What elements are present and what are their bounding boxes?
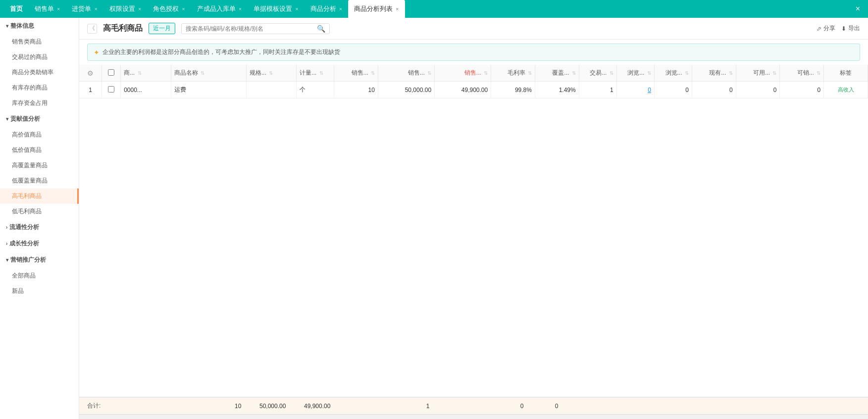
th-sales-qty[interactable]: 销售... ⇅ bbox=[334, 65, 378, 82]
sidebar-group-overall[interactable]: ▾ 整体信息 bbox=[0, 18, 79, 34]
nav-tab-product-in[interactable]: 产成品入库单 × bbox=[191, 0, 248, 18]
info-icon: ✦ bbox=[94, 48, 100, 56]
th-name[interactable]: 商品名称 ⇅ bbox=[171, 65, 246, 82]
cell-code: 0000... bbox=[121, 82, 171, 98]
th-coverage[interactable]: 覆盖... ⇅ bbox=[535, 65, 579, 82]
sidebar-group-liquidity[interactable]: › 流通性分析 bbox=[0, 219, 79, 235]
sidebar-item-new-goods[interactable]: 新品 bbox=[0, 283, 79, 299]
cell-name: 运费 bbox=[171, 82, 246, 98]
sidebar-item-high-margin[interactable]: 高毛利商品 bbox=[0, 188, 79, 204]
search-input[interactable] bbox=[186, 25, 317, 32]
sidebar-item-low-value[interactable]: 低价值商品 bbox=[0, 142, 79, 158]
page-title: 高毛利商品 bbox=[103, 23, 143, 34]
table-header-row: ⚙ 商... ⇅ 商品名称 ⇅ bbox=[79, 65, 868, 82]
th-current-stock[interactable]: 现有... ⇅ bbox=[692, 65, 736, 82]
sidebar-group-growth[interactable]: › 成长性分析 bbox=[0, 235, 79, 252]
th-sales-cost[interactable]: 销售... ⇅ bbox=[435, 65, 491, 82]
th-gross-rate[interactable]: 毛利率 ⇅ bbox=[491, 65, 535, 82]
th-browse2[interactable]: 浏览... ⇅ bbox=[654, 65, 692, 82]
total-sales-amount: 50,000.00 bbox=[244, 403, 289, 410]
search-box: 🔍 bbox=[181, 23, 330, 34]
cell-coverage: 1.49% bbox=[535, 82, 579, 98]
sort-icon: ⇅ bbox=[817, 70, 820, 76]
th-saleable[interactable]: 可销... ⇅ bbox=[780, 65, 824, 82]
main-layout: ▾ 整体信息 销售类商品 交易过的商品 商品分类助销率 有库存的商品 库存资金占… bbox=[0, 18, 868, 419]
sidebar-item-low-margin[interactable]: 低毛利商品 bbox=[0, 204, 79, 219]
th-code[interactable]: 商... ⇅ bbox=[121, 65, 171, 82]
chevron-right-icon: › bbox=[6, 241, 7, 246]
sidebar-item-sales-goods[interactable]: 销售类商品 bbox=[0, 34, 79, 49]
sidebar-item-category-rate[interactable]: 商品分类助销率 bbox=[0, 65, 79, 80]
settings-icon[interactable]: ⚙ bbox=[87, 69, 94, 77]
nav-tab-permission[interactable]: 权限设置 × bbox=[103, 0, 147, 18]
close-sales-tab[interactable]: × bbox=[57, 6, 60, 12]
row-checkbox[interactable] bbox=[108, 86, 114, 93]
sort-icon: ⇅ bbox=[610, 70, 613, 76]
horizontal-scrollbar[interactable] bbox=[79, 414, 868, 419]
sort-icon: ⇅ bbox=[201, 70, 204, 76]
th-unit[interactable]: 计量... ⇅ bbox=[297, 65, 334, 82]
nav-tab-analysis-list[interactable]: 商品分析列表 × bbox=[348, 0, 405, 18]
sidebar-item-high-coverage[interactable]: 高覆盖量商品 bbox=[0, 158, 79, 173]
close-permission-tab[interactable]: × bbox=[138, 6, 141, 12]
nav-tab-analysis[interactable]: 商品分析 × bbox=[305, 0, 348, 18]
sort-icon: ⇅ bbox=[647, 70, 651, 76]
chevron-down-icon: ▾ bbox=[6, 116, 8, 122]
th-sales-amount[interactable]: 销售... ⇅ bbox=[378, 65, 434, 82]
data-table-wrapper[interactable]: ⚙ 商... ⇅ 商品名称 ⇅ bbox=[79, 65, 868, 397]
close-analysis-tab[interactable]: × bbox=[339, 6, 342, 12]
close-purchase-tab[interactable]: × bbox=[94, 6, 97, 12]
chevron-right-icon: › bbox=[6, 225, 7, 230]
total-cells: 10 50,000.00 49,900.00 1 0 0 bbox=[110, 403, 860, 410]
share-button[interactable]: ⬀ 分享 bbox=[817, 24, 835, 33]
select-all-checkbox[interactable] bbox=[108, 69, 114, 76]
nav-tab-purchase[interactable]: 进货单 × bbox=[66, 0, 103, 18]
nav-tab-role[interactable]: 角色授权 × bbox=[147, 0, 191, 18]
sort-icon: ⇅ bbox=[685, 70, 689, 76]
total-available: 0 bbox=[492, 403, 526, 410]
chevron-down-icon: ▾ bbox=[6, 257, 8, 263]
export-button[interactable]: ⬇ 导出 bbox=[841, 24, 860, 33]
footer-total-row: 合计: 10 50,000.00 49,900.00 1 0 0 bbox=[79, 397, 868, 414]
total-label: 合计: bbox=[87, 402, 101, 410]
total-trade: 1 bbox=[403, 403, 432, 410]
sort-icon: ⇅ bbox=[427, 70, 431, 76]
content-area: 《 高毛利商品 近一月 🔍 ⬀ 分享 ⬇ 导出 ✦ 企业的主要 bbox=[79, 18, 868, 419]
sidebar-collapse-button[interactable]: 《 bbox=[87, 24, 97, 34]
th-browse1[interactable]: 浏览... ⇅ bbox=[616, 65, 654, 82]
sidebar-item-low-coverage[interactable]: 低覆盖量商品 bbox=[0, 173, 79, 188]
th-trade[interactable]: 交易... ⇅ bbox=[579, 65, 616, 82]
close-product-in-tab[interactable]: × bbox=[239, 6, 242, 12]
sidebar-item-in-stock[interactable]: 有库存的商品 bbox=[0, 80, 79, 95]
close-template-tab[interactable]: × bbox=[295, 6, 298, 12]
sidebar-group-contribution[interactable]: ▾ 贡献值分析 bbox=[0, 111, 79, 127]
nav-tab-sales[interactable]: 销售单 × bbox=[29, 0, 66, 18]
th-available-stock[interactable]: 可用... ⇅ bbox=[736, 65, 780, 82]
sort-icon: ⇅ bbox=[371, 70, 375, 76]
time-filter-button[interactable]: 近一月 bbox=[149, 23, 175, 34]
nav-tab-template[interactable]: 单据模板设置 × bbox=[248, 0, 304, 18]
th-spec[interactable]: 规格... ⇅ bbox=[246, 65, 296, 82]
sidebar-item-all-goods[interactable]: 全部商品 bbox=[0, 268, 79, 283]
cell-browse1[interactable]: 0 bbox=[616, 82, 654, 98]
close-analysis-list-tab[interactable]: × bbox=[396, 6, 399, 12]
cell-sales-amount: 50,000.00 bbox=[378, 82, 434, 98]
window-close-button[interactable]: × bbox=[852, 4, 864, 13]
search-icon[interactable]: 🔍 bbox=[317, 25, 325, 33]
table-row: 1 0000... 运费 个 10 50,000.00 49,900.00 99… bbox=[79, 82, 868, 98]
sidebar-item-traded-goods[interactable]: 交易过的商品 bbox=[0, 49, 79, 65]
cell-trade: 1 bbox=[579, 82, 616, 98]
sort-icon: ⇅ bbox=[319, 70, 323, 76]
sort-icon: ⇅ bbox=[269, 70, 273, 76]
th-index: ⚙ bbox=[79, 65, 102, 82]
cell-check[interactable] bbox=[102, 82, 121, 98]
sidebar-item-high-value[interactable]: 高价值商品 bbox=[0, 127, 79, 142]
cell-browse2: 0 bbox=[654, 82, 692, 98]
th-check[interactable] bbox=[102, 65, 121, 82]
nav-tab-home[interactable]: 首页 bbox=[4, 0, 29, 18]
cell-saleable: 0 bbox=[780, 82, 824, 98]
cell-current-stock: 0 bbox=[692, 82, 736, 98]
sidebar-group-marketing[interactable]: ▾ 营销推广分析 bbox=[0, 252, 79, 268]
close-role-tab[interactable]: × bbox=[182, 6, 185, 12]
sidebar-item-stock-fund[interactable]: 库存资金占用 bbox=[0, 95, 79, 111]
